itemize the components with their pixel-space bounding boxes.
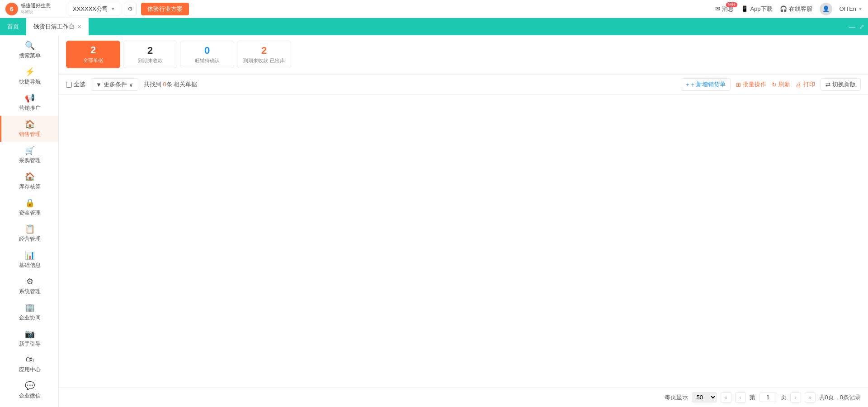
tab-work-label: 钱货日清工作台 xyxy=(33,23,75,31)
sidebar-item-marketing[interactable]: 📢 营销推广 xyxy=(0,89,58,116)
sidebar-item-wechat[interactable]: 💬 企业微信 xyxy=(0,377,58,403)
content-area: 2 全部单据 2 到期未收款 0 旺铺待确认 2 到期未收款 已出库 xyxy=(59,35,868,407)
print-button[interactable]: 🖨 打印 xyxy=(796,80,815,89)
summary-section: 2 全部单据 2 到期未收款 0 旺铺待确认 2 到期未收款 已出库 xyxy=(59,35,868,75)
sidebar-label-wechat: 企业微信 xyxy=(19,392,41,400)
nav-icon: ⚡ xyxy=(25,67,35,77)
prev-page-button[interactable]: ‹ xyxy=(735,392,746,403)
sidebar-label-nav: 快捷导航 xyxy=(19,78,41,86)
headset-icon: 🎧 xyxy=(780,5,787,12)
plus-icon: + xyxy=(686,81,689,88)
sidebar: 🔍 搜索菜单 ⚡ 快捷导航 📢 营销推广 🏠 销售管理 🛒 采购管理 🏠 库存核… xyxy=(0,35,59,407)
sidebar-item-basic[interactable]: 📊 基础信息 xyxy=(0,247,58,273)
minimize-icon[interactable]: — xyxy=(849,23,855,30)
message-badge: 99+ xyxy=(726,2,737,7)
batch-operation-button[interactable]: ⊞ 批量操作 xyxy=(736,80,766,89)
sidebar-label-purchase: 采购管理 xyxy=(19,157,41,164)
tab-close-icon[interactable]: ✕ xyxy=(77,24,81,30)
finance-icon: 🔒 xyxy=(25,198,35,208)
switch-version-button[interactable]: ⇄ 切换新版 xyxy=(821,78,861,91)
sidebar-label-search: 搜索菜单 xyxy=(19,52,41,60)
card-pending-label: 旺铺待确认 xyxy=(195,57,220,64)
search-icon: 🔍 xyxy=(25,41,35,51)
first-page-button[interactable]: « xyxy=(721,392,731,403)
chevron-icon: ∨ xyxy=(129,81,133,88)
sidebar-item-system[interactable]: ⚙ 系统管理 xyxy=(0,273,58,299)
basic-icon: 📊 xyxy=(25,250,35,260)
online-service-button[interactable]: 🎧 在线客服 xyxy=(780,5,812,13)
card-all-label: 全部单据 xyxy=(83,57,103,64)
company-selector[interactable]: XXXXXX公司 ▼ xyxy=(68,3,120,15)
avatar[interactable]: 👤 xyxy=(820,3,832,15)
sidebar-item-finance[interactable]: 🔒 资金管理 xyxy=(0,194,58,220)
settings-button[interactable]: ⚙ xyxy=(124,3,137,15)
sidebar-label-appstore: 应用中心 xyxy=(19,366,41,374)
sidebar-label-system: 系统管理 xyxy=(19,288,41,295)
message-button[interactable]: ✉ 消息 99+ xyxy=(715,5,734,13)
last-page-button[interactable]: » xyxy=(805,392,816,403)
card-all[interactable]: 2 全部单据 xyxy=(66,41,120,68)
pagination-bar: 每页显示 50 20 100 « ‹ 第 页 › » 共0页，0条记录 xyxy=(59,387,868,407)
sidebar-item-inventory[interactable]: 🏠 库存核算 xyxy=(0,168,58,194)
appstore-icon: 🛍 xyxy=(26,355,34,365)
top-bar: 6 畅捷通好生意 标准版 XXXXXX公司 ▼ ⚙ 体验行业方案 ✉ 消息 99… xyxy=(0,0,868,18)
refresh-icon: ↻ xyxy=(772,81,777,88)
user-name-display[interactable]: OfTEn ▼ xyxy=(840,5,863,12)
tab-work[interactable]: 钱货日清工作台 ✕ xyxy=(26,18,89,35)
sidebar-item-purchase[interactable]: 🛒 采购管理 xyxy=(0,142,58,168)
sidebar-item-member[interactable]: ✓ 畅会员 xyxy=(0,403,58,407)
first-page-icon: « xyxy=(724,394,727,401)
app-download-button[interactable]: 📱 App下载 xyxy=(741,5,772,13)
app-name: 畅捷通好生意 xyxy=(21,3,51,9)
sidebar-item-guide[interactable]: 📷 新手引导 xyxy=(0,325,58,351)
select-all-checkbox[interactable]: 全选 xyxy=(66,80,85,89)
main-layout: 🔍 搜索菜单 ⚡ 快捷导航 📢 营销推广 🏠 销售管理 🛒 采购管理 🏠 库存核… xyxy=(0,35,868,407)
trial-button[interactable]: 体验行业方案 xyxy=(141,3,189,15)
card-pending-number: 0 xyxy=(204,45,210,56)
card-overdue-label: 到期未收款 xyxy=(138,57,163,64)
sidebar-label-finance: 资金管理 xyxy=(19,209,41,217)
sidebar-item-nav[interactable]: ⚡ 快捷导航 xyxy=(0,63,58,89)
filter-icon: ▼ xyxy=(96,81,102,88)
sidebar-item-appstore[interactable]: 🛍 应用中心 xyxy=(0,351,58,377)
sidebar-item-sales[interactable]: 🏠 销售管理 xyxy=(0,116,58,142)
page-number-input[interactable] xyxy=(759,393,777,402)
card-overdue-number: 2 xyxy=(147,45,153,56)
batch-icon: ⊞ xyxy=(736,81,741,88)
chevron-down-icon-user: ▼ xyxy=(858,6,863,11)
sidebar-label-sales: 销售管理 xyxy=(19,131,41,138)
message-icon: ✉ xyxy=(715,5,720,12)
next-page-button[interactable]: › xyxy=(790,392,801,403)
print-icon: 🖨 xyxy=(796,81,802,88)
card-overdue-out-label: 到期未收款 已出库 xyxy=(243,57,284,64)
inventory-icon: 🏠 xyxy=(25,172,35,182)
chevron-down-icon: ▼ xyxy=(111,6,115,11)
select-all-input[interactable] xyxy=(66,82,72,88)
sidebar-item-enterprise[interactable]: 🏢 企业协同 xyxy=(0,299,58,325)
logo-area: 6 畅捷通好生意 标准版 xyxy=(5,3,64,15)
add-sale-button[interactable]: + + 新增销货单 xyxy=(681,78,731,91)
card-pending[interactable]: 0 旺铺待确认 xyxy=(180,41,234,68)
operation-icon: 📋 xyxy=(25,224,35,234)
sales-icon: 🏠 xyxy=(25,119,35,129)
empty-state xyxy=(59,95,868,387)
select-all-label: 全选 xyxy=(74,80,85,89)
phone-icon: 📱 xyxy=(741,5,748,12)
sidebar-label-inventory: 库存核算 xyxy=(19,183,41,191)
expand-icon[interactable]: ⤢ xyxy=(859,23,864,30)
sidebar-item-operation[interactable]: 📋 经营管理 xyxy=(0,220,58,247)
card-overdue-out-number: 2 xyxy=(261,45,267,56)
more-filters-button[interactable]: ▼ 更多条件 ∨ xyxy=(91,78,138,91)
logo-icon: 6 xyxy=(5,3,18,15)
sidebar-label-operation: 经营管理 xyxy=(19,235,41,243)
sidebar-item-search[interactable]: 🔍 搜索菜单 xyxy=(0,37,58,63)
last-page-icon: » xyxy=(808,394,811,401)
card-overdue-out[interactable]: 2 到期未收款 已出库 xyxy=(237,41,291,68)
card-overdue[interactable]: 2 到期未收款 xyxy=(123,41,177,68)
tab-home[interactable]: 首页 xyxy=(0,18,26,35)
sidebar-label-guide: 新手引导 xyxy=(19,340,41,348)
per-page-label: 每页显示 xyxy=(665,393,688,402)
per-page-select[interactable]: 50 20 100 xyxy=(692,392,717,402)
refresh-button[interactable]: ↻ 刷新 xyxy=(772,80,790,89)
summary-cards: 2 全部单据 2 到期未收款 0 旺铺待确认 2 到期未收款 已出库 xyxy=(59,35,868,74)
